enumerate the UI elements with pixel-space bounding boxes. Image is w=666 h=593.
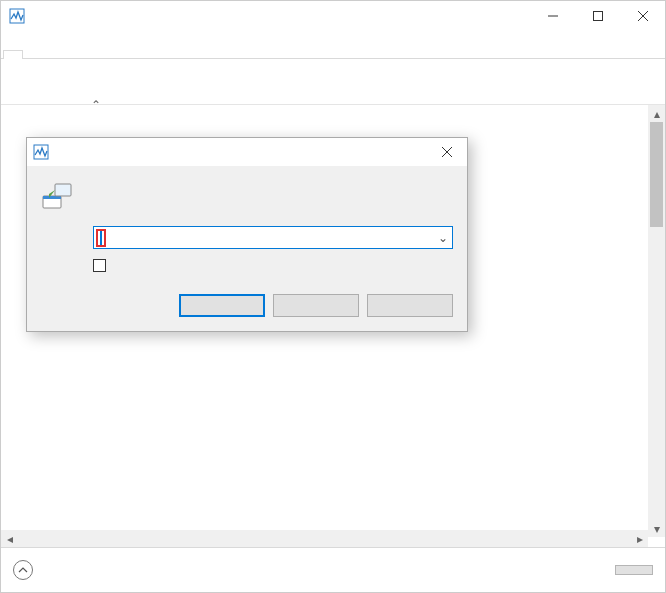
tab-processes[interactable] [3,50,23,59]
task-manager-icon [9,8,25,24]
col-disk[interactable] [508,96,578,104]
tabs [1,50,665,59]
fewer-details-button[interactable] [13,560,41,580]
end-task-button[interactable] [615,565,653,575]
dialog-titlebar [27,138,467,166]
svg-rect-2 [593,12,602,21]
close-button[interactable] [620,1,665,31]
scroll-thumb[interactable] [650,122,663,227]
scroll-left-icon[interactable]: ◂ [1,530,18,547]
menu-options[interactable] [21,39,37,43]
column-headers: ⌃ [1,59,665,105]
col-network[interactable] [578,96,648,104]
menu-file[interactable] [5,39,21,43]
minimize-button[interactable] [530,1,575,31]
titlebar [1,1,665,31]
section-apps [1,105,648,121]
vertical-scrollbar[interactable]: ▴ ▾ [648,105,665,537]
tab-details[interactable] [103,50,123,59]
tab-startup[interactable] [63,50,83,59]
menubar [1,31,665,50]
dialog-close-button[interactable] [427,138,467,166]
task-manager-icon [33,144,49,160]
ok-button[interactable] [179,294,265,317]
scroll-right-icon[interactable]: ▸ [631,530,648,547]
admin-checkbox[interactable] [93,259,106,272]
col-cpu[interactable] [368,96,438,104]
run-icon [41,180,73,212]
scroll-down-icon[interactable]: ▾ [648,520,665,537]
create-task-dialog: ⌄ [26,137,468,332]
maximize-button[interactable] [575,1,620,31]
horizontal-scrollbar[interactable]: ◂ ▸ [1,530,648,547]
browse-button[interactable] [367,294,453,317]
tab-services[interactable] [123,50,143,59]
chevron-down-icon[interactable]: ⌄ [438,231,448,245]
col-memory[interactable] [438,96,508,104]
footer [1,547,665,592]
open-combobox[interactable]: ⌄ [93,226,453,249]
tab-performance[interactable] [23,50,43,59]
chevron-up-circle-icon [13,560,33,580]
tab-app-history[interactable] [43,50,63,59]
section-background [1,121,648,137]
col-name[interactable]: ⌃ [1,98,238,104]
scroll-up-icon[interactable]: ▴ [648,105,665,122]
cancel-button[interactable] [273,294,359,317]
open-value [100,231,102,245]
col-status[interactable] [238,98,368,104]
menu-view[interactable] [37,39,53,43]
svg-rect-10 [55,184,71,196]
tab-users[interactable] [83,50,103,59]
